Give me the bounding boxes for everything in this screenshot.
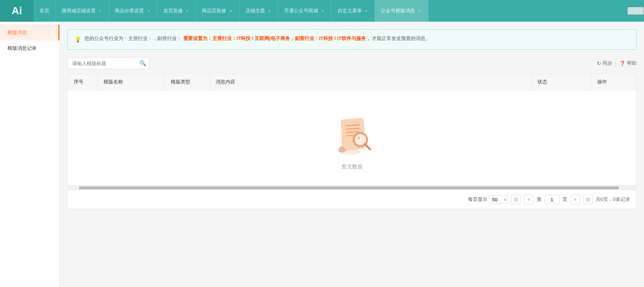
next-page-button[interactable]: ＞ [570, 195, 580, 204]
nav-tab-close-open[interactable]: × [320, 8, 325, 13]
sync-button[interactable]: ↻ 同步 [597, 60, 612, 67]
scrollbar-thumb[interactable] [79, 186, 619, 189]
scrollbar-track[interactable] [68, 185, 636, 190]
page-size-select: 每页显示 50 20 100 [468, 195, 508, 204]
page-unit: 页 [563, 196, 567, 203]
table-col-action: 操作 [591, 74, 636, 90]
svg-line-1 [346, 125, 359, 126]
nav-tab-label: 商品分类设置 [115, 7, 144, 14]
nav-tab-close-template[interactable]: × [417, 8, 422, 13]
table-col-type: 模版类型 [165, 74, 210, 90]
nav-tabs: 首页微商城店铺设置×商品分类设置×首页装修×商品页装修×店铺主题×开通公众号商城… [34, 0, 627, 22]
content-area: 💡 您的公众号行业为：主营行业：，副营行业： 需要设置为：主营行业：IT科技 /… [60, 22, 644, 287]
nav-tab-close-theme[interactable]: × [267, 8, 272, 13]
page-label: 第 [537, 196, 542, 203]
brand-logo: Ai [0, 0, 34, 22]
nav-tab-template[interactable]: 公众号模版消息× [375, 0, 428, 22]
page-size-dropdown[interactable]: 50 20 100 [489, 195, 508, 204]
empty-text: 暂无数据 [342, 164, 363, 170]
search-button[interactable]: 🔍 [139, 60, 147, 67]
empty-icon [330, 113, 375, 158]
nav-tab-open[interactable]: 开通公众号商城× [278, 0, 331, 22]
sidebar-item-template-msg[interactable]: 模版消息 [0, 25, 59, 40]
table-col-status: 状态 [531, 74, 591, 90]
total-info: 共0页，0条记录 [596, 196, 630, 203]
sidebar: 模版消息模版消息记录 [0, 22, 60, 287]
notice-icon: 💡 [74, 35, 81, 44]
search-input[interactable] [67, 57, 150, 69]
search-wrap: 🔍 [67, 57, 150, 69]
nav-tab-label: 微商城店铺设置 [62, 7, 96, 14]
svg-line-7 [365, 144, 370, 149]
prev-page-button[interactable]: ＜ [524, 195, 534, 204]
divider: | [615, 61, 616, 66]
nav-tab-weshop[interactable]: 微商城店铺设置× [56, 0, 109, 22]
table-col-index: 序号 [68, 74, 98, 90]
nav-tab-label: 首页 [40, 7, 49, 14]
nav-tab-homepage[interactable]: 首页装修× [157, 0, 196, 22]
sync-icon: ↻ [597, 61, 601, 66]
empty-state: 暂无数据 [68, 90, 636, 185]
notice-box: 💡 您的公众号行业为：主营行业：，副营行业： 需要设置为：主营行业：IT科技 /… [67, 29, 637, 50]
table-col-name: 模版名称 [98, 74, 165, 90]
notice-text: 您的公众号行业为：主营行业：，副营行业： 需要设置为：主营行业：IT科技 / 互… [84, 35, 430, 43]
nav-tab-label: 开通公众号商城 [284, 7, 318, 14]
svg-point-6 [355, 134, 366, 145]
nav-tab-label: 首页装修 [163, 7, 183, 14]
nav-tab-close-category[interactable]: × [146, 8, 151, 13]
nav-tab-close-homepage[interactable]: × [185, 8, 189, 13]
nav-tab-theme[interactable]: 店铺主题× [240, 0, 278, 22]
nav-tab-home[interactable]: 首页 [34, 0, 56, 22]
table-header: 序号模版名称模版类型消息内容状态操作 [68, 74, 636, 90]
nav-tab-label: 店铺主题 [246, 7, 265, 14]
svg-point-8 [357, 137, 360, 140]
pagination: 每页显示 50 20 100 ⟨⟨ ＜ 第 页 ＞ ⟩⟩ 共0页，0条 [68, 190, 636, 209]
nav-tab-label: 公众号模版消息 [381, 7, 415, 14]
help-icon: ❓ [619, 61, 625, 66]
nav-tab-close-menu[interactable]: × [364, 8, 369, 13]
help-button[interactable]: ❓ 帮助 [619, 60, 637, 67]
main-layout: 模版消息模版消息记录 💡 您的公众号行业为：主营行业：，副营行业： 需要设置为：… [0, 22, 644, 287]
page-size-select-wrap[interactable]: 50 20 100 [489, 195, 508, 204]
first-page-button[interactable]: ⟨⟨ [511, 195, 521, 204]
nav-tab-product[interactable]: 商品页装修× [196, 0, 239, 22]
toolbar-right: ↻ 同步 | ❓ 帮助 [597, 60, 637, 67]
toolbar: 🔍 ↻ 同步 | ❓ 帮助 [67, 57, 637, 69]
nav-tab-close-product[interactable]: × [228, 8, 233, 13]
close-all-button[interactable]: × [627, 7, 644, 15]
table-col-content: 消息内容 [210, 74, 531, 90]
nav-tab-label: 商品页装修 [202, 7, 226, 14]
nav-tab-label: 自定义菜单 [338, 7, 362, 14]
last-page-button[interactable]: ⟩⟩ [583, 195, 593, 204]
nav-tab-menu[interactable]: 自定义菜单× [332, 0, 375, 22]
table-wrap: 序号模版名称模版类型消息内容状态操作 [67, 74, 637, 209]
top-nav: Ai 首页微商城店铺设置×商品分类设置×首页装修×商品页装修×店铺主题×开通公众… [0, 0, 644, 22]
nav-tab-close-weshop[interactable]: × [98, 8, 102, 13]
notice-highlight: 需要设置为：主营行业：IT科技 / 互联网|电子商务，副营行业：IT科技 / I… [183, 36, 371, 41]
per-page-label: 每页显示 [468, 196, 487, 203]
nav-tab-category[interactable]: 商品分类设置× [109, 0, 157, 22]
page-input[interactable] [545, 195, 560, 204]
sidebar-item-template-record[interactable]: 模版消息记录 [0, 40, 59, 56]
